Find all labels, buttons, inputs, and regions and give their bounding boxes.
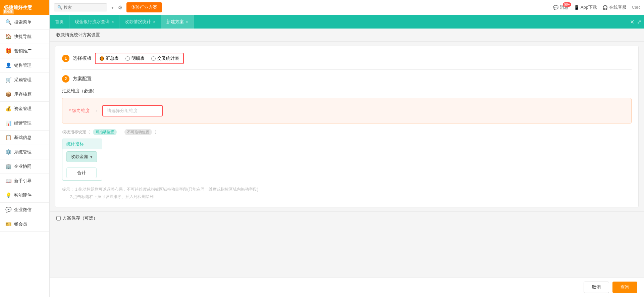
sidebar-label-purchase: 采购管理 — [14, 77, 32, 83]
sidebar-label-smart-hw: 智能硬件 — [14, 192, 32, 198]
industry-btn[interactable]: 体验行业方案 — [126, 2, 162, 12]
sidebar-item-system[interactable]: ⚙️系统管理 — [0, 145, 49, 159]
cancel-button[interactable]: 取消 — [584, 282, 609, 293]
tab-label-home: 首页 — [55, 19, 64, 25]
sidebar-label-quick-nav: 快捷导航 — [14, 34, 32, 40]
sidebar-icon-marketing: 🎁 — [5, 48, 11, 54]
service-icon: 🎧 — [602, 5, 608, 10]
service-label: 在线客服 — [609, 4, 627, 10]
metric-total-label: 合计 — [77, 170, 86, 176]
tab-label-receipts-stats: 收款情况统计 — [125, 19, 151, 25]
metrics-table: 统计指标 收款金额 ▾ 合计 — [62, 139, 102, 181]
radio-summary[interactable]: 汇总表 — [100, 55, 119, 61]
sidebar-label-member: 畅会员 — [14, 221, 27, 227]
stats-label: 统计指标 — [62, 139, 102, 149]
metrics-header-end: ） — [155, 129, 159, 135]
sidebar-logo: 畅捷通好生意 标准版 — [0, 0, 49, 15]
radio-summary-input[interactable] — [100, 56, 104, 61]
dimension-area: * 纵向维度 → 请选择分组维度 — [62, 98, 632, 123]
save-option[interactable]: 方案保存（可选） — [56, 215, 98, 221]
hint-section: 提示： 1.拖动标题栏可以调整布局，不可跨维度或指标区域拖动目字段(只能在同一维… — [62, 186, 632, 200]
search-input[interactable] — [64, 5, 97, 10]
radio-cross-input[interactable] — [151, 56, 156, 61]
sidebar-item-basic-info[interactable]: 📋基础信息 — [0, 131, 49, 145]
sidebar-item-search-menu[interactable]: 🔍搜索菜单 — [0, 15, 49, 30]
sidebar-item-capital[interactable]: 💰资金管理 — [0, 102, 49, 116]
dimension-select[interactable]: 请选择分组维度 — [102, 105, 163, 116]
sidebar-items-container: 🔍搜索菜单🏠快捷导航🎁营销推广👤销售管理🛒采购管理📦库存核算💰资金管理📊经营管理… — [0, 15, 49, 232]
close-tab-icon[interactable]: ✕ — [630, 19, 634, 25]
sidebar-item-enterprise[interactable]: 🏢企业协同 — [0, 159, 49, 174]
sidebar-item-purchase[interactable]: 🛒采购管理 — [0, 73, 49, 87]
sidebar-label-newbie: 新手引导 — [14, 178, 32, 184]
topbar: 🔍 ▾ ⚙ 体验行业方案 💬 消息 99+ 📱 App下载 🎧 在线客服 CaR — [50, 0, 644, 15]
query-button[interactable]: 查询 — [612, 282, 637, 293]
radio-detail-input[interactable] — [125, 56, 130, 61]
tab-new-plan[interactable]: 新建方案 × — [161, 15, 194, 29]
sidebar-icon-operations: 📊 — [5, 120, 11, 126]
sidebar-item-inventory[interactable]: 📦库存核算 — [0, 87, 49, 102]
sidebar-item-newbie[interactable]: 📖新手引导 — [0, 174, 49, 188]
sidebar-label-operations: 经营管理 — [14, 120, 32, 126]
tab-bank-flow[interactable]: 现金银行流水查询 × — [69, 15, 119, 29]
version-tag: 标准版 — [3, 9, 14, 14]
sidebar-label-system: 系统管理 — [14, 149, 32, 155]
sidebar-item-sales[interactable]: 👤销售管理 — [0, 58, 49, 73]
metric-card[interactable]: 收款金额 ▾ — [66, 151, 97, 162]
sidebar-item-marketing[interactable]: 🎁营销推广 — [0, 44, 49, 58]
sidebar-icon-sales: 👤 — [5, 62, 11, 68]
tab-home[interactable]: 首页 — [50, 15, 69, 29]
sidebar-icon-weixin: 💬 — [5, 207, 11, 213]
metric-dropdown-icon: ▾ — [90, 154, 93, 159]
draggable-badge: 可拖动位置 — [93, 129, 117, 135]
download-icon: 📱 — [574, 5, 579, 10]
metric-total-row: 合计 — [62, 164, 102, 180]
radio-cross[interactable]: 交叉统计表 — [151, 55, 179, 61]
sidebar-item-weixin[interactable]: 💬企业微信 — [0, 203, 49, 217]
tab-close-new-plan[interactable]: × — [186, 20, 188, 24]
sidebar-icon-capital: 💰 — [5, 106, 11, 112]
action-bar: 取消 查询 — [50, 277, 644, 297]
sidebar-item-operations[interactable]: 📊经营管理 — [0, 116, 49, 131]
messages-badge: 99+ — [563, 2, 571, 7]
save-checkbox[interactable] — [56, 216, 61, 220]
metrics-section: 模板指标设定（ 可拖动位置 不可拖动位置 ） 统计指标 收款金额 ▾ — [62, 129, 632, 181]
tab-label-bank-flow: 现金银行流水查询 — [75, 19, 110, 25]
topbar-search-box[interactable]: 🔍 — [54, 3, 107, 11]
spacer — [50, 225, 644, 277]
sidebar-label-search-menu: 搜索菜单 — [14, 19, 32, 25]
sidebar-label-capital: 资金管理 — [14, 106, 32, 112]
save-label: 方案保存（可选） — [63, 215, 98, 221]
metric-total: 合计 — [66, 167, 97, 178]
sidebar-icon-inventory: 📦 — [5, 91, 11, 97]
sidebar-item-quick-nav[interactable]: 🏠快捷导航 — [0, 30, 49, 44]
content-area: 收款情况统计方案设置 1 选择模板 汇总表 明细表 — [50, 29, 644, 277]
search-icon: 🔍 — [57, 5, 62, 10]
dimension-row: * 纵向维度 → 请选择分组维度 — [69, 105, 625, 116]
topbar-arrow-icon[interactable]: ▾ — [111, 5, 114, 10]
topbar-gear-icon[interactable]: ⚙ — [118, 4, 122, 11]
form-section: 1 选择模板 汇总表 明细表 交叉统计表 — [55, 46, 639, 207]
radio-detail[interactable]: 明细表 — [125, 55, 145, 61]
tabs-container: 首页现金银行流水查询 ×收款情况统计 ×新建方案 × — [50, 15, 194, 29]
service-btn[interactable]: 🎧 在线客服 — [602, 4, 627, 10]
dimension-arrow-icon: → — [94, 108, 98, 113]
summary-dim-label: 汇总维度（必选） — [62, 88, 632, 94]
sidebar-icon-basic-info: 📋 — [5, 135, 11, 141]
sidebar-item-smart-hw[interactable]: 💡智能硬件 — [0, 188, 49, 203]
sidebar-label-enterprise: 企业协同 — [14, 163, 32, 169]
metrics-header-label: 模板指标设定（ — [62, 129, 90, 135]
step1-num: 1 — [62, 55, 69, 62]
user-name[interactable]: CaR — [632, 5, 640, 10]
tab-close-bank-flow[interactable]: × — [112, 20, 114, 24]
non-draggable-badge: 不可拖动位置 — [124, 129, 152, 135]
messages-btn[interactable]: 💬 消息 99+ — [553, 4, 569, 10]
maximize-icon[interactable]: ⤢ — [637, 19, 641, 25]
download-btn[interactable]: 📱 App下载 — [574, 4, 597, 10]
sidebar-icon-member: 🎫 — [5, 221, 11, 227]
step2-header: 2 方案配置 — [62, 75, 632, 83]
tab-receipts-stats[interactable]: 收款情况统计 × — [119, 15, 161, 29]
sidebar-item-member[interactable]: 🎫畅会员 — [0, 217, 49, 232]
radio-summary-label: 汇总表 — [106, 55, 119, 61]
tab-close-receipts-stats[interactable]: × — [153, 20, 155, 24]
